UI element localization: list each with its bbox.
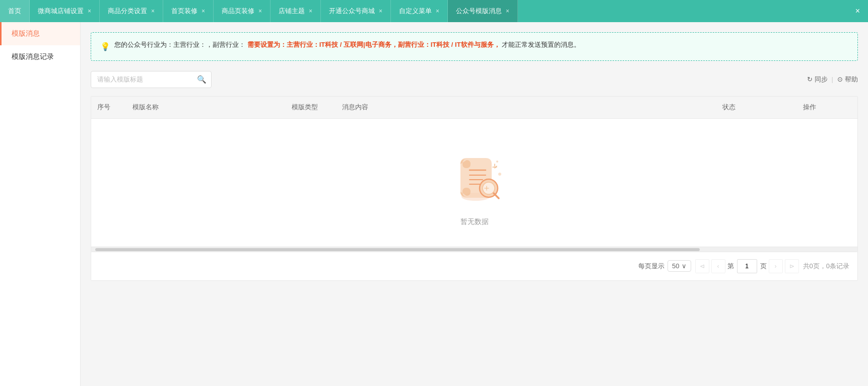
nav-tab-product-category-label: 商品分类设置 — [108, 7, 147, 16]
nav-tab-product-decor[interactable]: 商品页装修 × — [214, 0, 271, 22]
total-info: 共0页，0条记录 — [803, 262, 849, 271]
data-table: 序号 模版名称 模版类型 消息内容 状态 操作 — [91, 96, 858, 281]
prev-page-button[interactable]: ‹ — [711, 259, 725, 273]
content-area: 💡 您的公众号行业为：主营行业：，副营行业： 需要设置为：主营行业：IT科技 /… — [81, 22, 868, 386]
per-page-label: 每页显示 — [638, 262, 664, 271]
th-type: 模版类型 — [286, 103, 336, 112]
th-no: 序号 — [91, 103, 126, 112]
close-template-msg-icon[interactable]: × — [506, 8, 509, 15]
search-bar: 🔍 ↻ 同步 | ⊙ 帮助 — [91, 71, 858, 88]
sidebar: 模版消息 模版消息记录 — [0, 22, 81, 386]
close-product-category-icon[interactable]: × — [151, 8, 155, 15]
close-home-decor-icon[interactable]: × — [202, 8, 205, 15]
page-label: 第 — [727, 262, 734, 271]
sync-button[interactable]: ↻ 同步 — [807, 75, 828, 84]
notice-text2: 才能正常发送预置的消息。 — [502, 41, 580, 48]
horizontal-scrollbar[interactable] — [91, 247, 857, 252]
help-icon: ⊙ — [837, 75, 843, 83]
nav-tab-open-mall-label: 开通公众号商城 — [329, 7, 375, 16]
search-right: ↻ 同步 | ⊙ 帮助 — [807, 75, 858, 84]
nav-tab-product-decor-label: 商品页装修 — [222, 7, 254, 16]
th-name: 模版名称 — [126, 103, 286, 112]
close-open-mall-icon[interactable]: × — [379, 8, 382, 15]
nav-tab-custom-menu[interactable]: 自定义菜单 × — [391, 0, 448, 22]
sync-label: 同步 — [815, 75, 828, 84]
page-navigation: ⊲ ‹ 第 页 › ⊳ — [695, 259, 799, 273]
empty-text: 暂无数据 — [460, 217, 489, 226]
nav-tab-home-decor[interactable]: 首页装修 × — [163, 0, 214, 22]
notice-text: 您的公众号行业为：主营行业：，副营行业： 需要设置为：主营行业：IT科技 / 互… — [114, 40, 580, 50]
th-content: 消息内容 — [336, 103, 716, 112]
svg-point-13 — [498, 173, 501, 176]
nav-tab-store-settings[interactable]: 微商城店铺设置 × — [30, 0, 100, 22]
close-product-decor-icon[interactable]: × — [258, 8, 262, 15]
scroll-thumb[interactable] — [95, 248, 700, 251]
table-header: 序号 模版名称 模版类型 消息内容 状态 操作 — [91, 97, 857, 119]
nav-tab-custom-menu-label: 自定义菜单 — [399, 7, 432, 16]
page-input-wrap: 第 页 — [727, 259, 767, 273]
nav-tab-home-label: 首页 — [8, 7, 21, 16]
nav-tab-home-decor-label: 首页装修 — [171, 7, 197, 16]
sidebar-item-template-msg-record[interactable]: 模版消息记录 — [0, 45, 80, 68]
svg-point-14 — [496, 161, 498, 163]
nav-tab-open-mall[interactable]: 开通公众号商城 × — [321, 0, 391, 22]
close-all-tabs-button[interactable]: × — [847, 0, 868, 22]
close-store-settings-icon[interactable]: × — [88, 8, 91, 15]
close-store-theme-icon[interactable]: × — [309, 8, 312, 15]
search-input[interactable] — [91, 71, 212, 88]
last-page-button[interactable]: ⊳ — [785, 259, 799, 273]
sidebar-item-template-msg-record-label: 模版消息记录 — [12, 52, 54, 60]
th-action: 操作 — [797, 103, 857, 112]
nav-tab-store-theme-label: 店铺主题 — [279, 7, 305, 16]
sidebar-item-template-msg-label: 模版消息 — [12, 29, 40, 37]
nav-tab-template-msg[interactable]: 公众号模版消息 × — [448, 0, 518, 22]
sidebar-item-template-msg[interactable]: 模版消息 — [0, 22, 80, 45]
page-unit: 页 — [760, 262, 767, 271]
search-input-wrap: 🔍 — [91, 71, 212, 88]
notice-box: 💡 您的公众号行业为：主营行业：，副营行业： 需要设置为：主营行业：IT科技 /… — [91, 32, 858, 61]
per-page-select: 每页显示 50 ∨ — [638, 260, 691, 272]
chevron-down-icon: ∨ — [682, 262, 687, 270]
search-left: 🔍 — [91, 71, 212, 88]
th-status: 状态 — [716, 103, 797, 112]
page-size-value: 50 — [672, 262, 679, 270]
nav-tab-store-settings-label: 微商城店铺设置 — [38, 7, 84, 16]
sync-icon: ↻ — [807, 75, 813, 83]
first-page-button[interactable]: ⊲ — [695, 259, 709, 273]
help-label: 帮助 — [845, 75, 858, 84]
search-icon[interactable]: 🔍 — [197, 75, 207, 84]
nav-tab-home[interactable]: 首页 — [0, 0, 30, 22]
main-layout: 模版消息 模版消息记录 💡 您的公众号行业为：主营行业：，副营行业： 需要设置为… — [0, 22, 868, 386]
notice-highlight: 需要设置为：主营行业：IT科技 / 互联网|电子商务，副营行业：IT科技 / I… — [247, 41, 500, 48]
notice-text1: 您的公众号行业为：主营行业：，副营行业： — [114, 41, 245, 48]
lightbulb-icon: 💡 — [100, 40, 110, 53]
page-size-dropdown[interactable]: 50 ∨ — [667, 260, 691, 272]
top-nav: 首页 微商城店铺设置 × 商品分类设置 × 首页装修 × 商品页装修 × 店铺主… — [0, 0, 868, 22]
empty-state: 暂无数据 — [91, 119, 857, 247]
nav-tab-template-msg-label: 公众号模版消息 — [456, 7, 502, 16]
next-page-button[interactable]: › — [769, 259, 783, 273]
close-all-icon: × — [855, 7, 860, 16]
nav-tab-store-theme[interactable]: 店铺主题 × — [271, 0, 321, 22]
help-button[interactable]: ⊙ 帮助 — [837, 75, 858, 84]
divider: | — [832, 75, 833, 83]
empty-illustration — [444, 149, 505, 209]
close-custom-menu-icon[interactable]: × — [436, 8, 439, 15]
page-number-input[interactable] — [737, 259, 757, 273]
pagination: 每页显示 50 ∨ ⊲ ‹ 第 页 › ⊳ — [91, 252, 857, 280]
nav-tab-product-category[interactable]: 商品分类设置 × — [100, 0, 163, 22]
